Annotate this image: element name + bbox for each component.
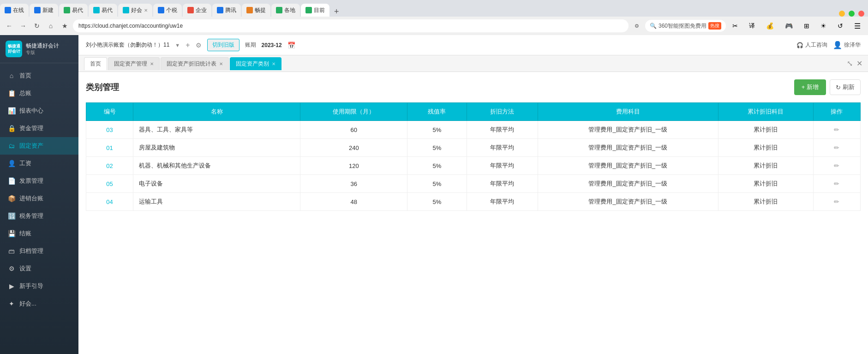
browser-tab-11[interactable]: 目前	[301, 4, 329, 17]
close-window-icon[interactable]: ✕	[856, 59, 862, 68]
sidebar-item-funds[interactable]: 🔒 资金管理	[0, 120, 78, 137]
content-area: 刘小艳演示账套（勿删勿动！）11 ▼ + ⚙ 切到旧版 账期 2023-12 📅…	[78, 35, 868, 354]
new-tab-button[interactable]: +	[332, 7, 341, 17]
more-icon: ✦	[7, 300, 16, 308]
reload-button[interactable]: ↻	[31, 20, 42, 31]
switch-version-button[interactable]: 切到旧版	[207, 39, 239, 51]
cell-code-2[interactable]: 02	[86, 157, 133, 175]
sidebar-label-tax: 税务管理	[19, 212, 43, 220]
sidebar-item-payroll[interactable]: 👤 工资	[0, 155, 78, 172]
address-bar[interactable]	[73, 19, 629, 32]
th-name: 名称	[133, 103, 300, 121]
cell-period-1: 240	[300, 139, 407, 157]
grid-button[interactable]: ⊞	[800, 21, 813, 31]
wallet-button[interactable]: 💰	[762, 21, 778, 31]
reports-icon: 📊	[7, 107, 16, 115]
tab-depreciation-close[interactable]: ✕	[219, 61, 223, 66]
browser-tab-6[interactable]: 个税	[153, 4, 182, 17]
edit-icon-2[interactable]: ✏	[834, 162, 839, 169]
browser-tab-8[interactable]: 腾讯	[212, 4, 241, 17]
window-maximize[interactable]	[849, 11, 855, 17]
edit-icon-1[interactable]: ✏	[834, 144, 839, 151]
sidebar-label-invoices: 发票管理	[19, 177, 43, 185]
cut-button[interactable]: ✂	[729, 21, 742, 31]
tab-asset-mgmt-close[interactable]: ✕	[150, 61, 154, 66]
support-button[interactable]: 🎧 人工咨询	[796, 41, 827, 49]
browser-tab-2[interactable]: 新建	[30, 4, 58, 17]
cell-code-1[interactable]: 01	[86, 139, 133, 157]
cell-code-0[interactable]: 03	[86, 121, 133, 139]
cell-action-0[interactable]: ✏	[813, 121, 860, 139]
home-button[interactable]: ⌂	[45, 20, 56, 31]
sidebar-item-archive[interactable]: 🗃 归档管理	[0, 242, 78, 260]
sidebar-item-invoices[interactable]: 📄 发票管理	[0, 172, 78, 190]
cell-residual-0: 5%	[407, 121, 467, 139]
game-button[interactable]: 🎮	[781, 21, 796, 31]
cell-action-1[interactable]: ✏	[813, 139, 860, 157]
browser-tab-close-5[interactable]: ✕	[144, 8, 148, 13]
cell-action-3[interactable]: ✏	[813, 175, 860, 193]
sidebar-item-fixed-assets[interactable]: 🗂 固定资产	[0, 137, 78, 155]
browser-tab-10[interactable]: 各地	[271, 4, 300, 17]
search-box[interactable]: 🔍 360智能抠图免费用 热搜	[645, 20, 726, 32]
back-button[interactable]: ←	[4, 20, 15, 31]
edit-icon-3[interactable]: ✏	[834, 180, 839, 187]
expand-window-icon[interactable]: ⤡	[847, 59, 853, 68]
extensions-button[interactable]: ⚙	[631, 20, 642, 31]
sidebar-item-inventory[interactable]: 📦 进销台账	[0, 190, 78, 207]
cell-action-2[interactable]: ✏	[813, 157, 860, 175]
cell-period-3: 36	[300, 175, 407, 193]
cell-accumulated-1: 累计折旧	[718, 139, 813, 157]
window-close[interactable]	[858, 11, 864, 17]
avatar-icon: 👤	[833, 41, 842, 49]
tab-depreciation[interactable]: 固定资产折旧统计表 ✕	[161, 57, 229, 70]
sidebar-item-more[interactable]: ✦ 好会...	[0, 295, 78, 312]
sidebar-label-fixed-assets: 固定资产	[19, 142, 43, 150]
user-dropdown-icon[interactable]: ▼	[175, 42, 180, 48]
forward-button[interactable]: →	[18, 20, 29, 31]
tab-icon-1	[5, 7, 11, 13]
user-avatar[interactable]: 👤 徐泽华	[833, 41, 861, 49]
edit-icon-0[interactable]: ✏	[834, 126, 839, 133]
brightness-button[interactable]: ☀	[817, 21, 830, 31]
payroll-icon: 👤	[7, 159, 16, 168]
tab-asset-mgmt[interactable]: 固定资产管理 ✕	[108, 57, 160, 70]
browser-tab-5[interactable]: 好会 ✕	[118, 4, 152, 17]
cell-name-4: 运输工具	[133, 193, 300, 211]
checkout-icon: 💾	[7, 229, 16, 238]
undo-button[interactable]: ↺	[834, 21, 847, 31]
browser-tab-4[interactable]: 易代	[89, 4, 117, 17]
refresh-button[interactable]: ↻ 刷新	[830, 79, 861, 95]
browser-tab-7[interactable]: 企业	[183, 4, 211, 17]
sidebar-label-settings: 设置	[19, 264, 31, 273]
sidebar-item-guide[interactable]: ▶ 新手引导	[0, 277, 78, 295]
calendar-icon[interactable]: 📅	[287, 42, 295, 49]
sidebar-item-checkout[interactable]: 💾 结账	[0, 225, 78, 242]
cell-method-0: 年限平均	[467, 121, 538, 139]
edit-icon-4[interactable]: ✏	[834, 198, 839, 205]
translate-button[interactable]: 译	[745, 20, 759, 31]
browser-tab-1[interactable]: 在线	[0, 4, 29, 17]
tab-home[interactable]: 首页	[84, 57, 107, 70]
hot-tag: 热搜	[708, 22, 721, 30]
settings-gear-icon[interactable]: ⚙	[196, 42, 202, 49]
sidebar-item-tax[interactable]: 🔢 税务管理	[0, 207, 78, 225]
add-button[interactable]: + 新增	[794, 79, 826, 95]
tab-label-2: 新建	[42, 6, 54, 14]
cell-code-3[interactable]: 05	[86, 175, 133, 193]
bookmark-button[interactable]: ★	[59, 20, 70, 31]
cell-action-4[interactable]: ✏	[813, 193, 860, 211]
menu-button[interactable]: ☰	[850, 20, 864, 32]
cell-code-4[interactable]: 04	[86, 193, 133, 211]
browser-tab-9[interactable]: 畅提	[242, 4, 270, 17]
tab-category-close[interactable]: ✕	[272, 61, 275, 66]
sidebar-item-home[interactable]: ⌂ 首页	[0, 67, 78, 84]
tab-category[interactable]: 固定资产类别 ✕	[230, 57, 281, 70]
sidebar-item-reports[interactable]: 📊 报表中心	[0, 102, 78, 120]
sidebar-item-settings[interactable]: ⚙ 设置	[0, 260, 78, 277]
window-minimize[interactable]	[839, 11, 845, 17]
browser-tab-3[interactable]: 易代	[59, 4, 88, 17]
plus-icon[interactable]: +	[186, 41, 190, 49]
tab-icon-2	[34, 7, 41, 13]
sidebar-item-ledger[interactable]: 📋 总账	[0, 84, 78, 102]
